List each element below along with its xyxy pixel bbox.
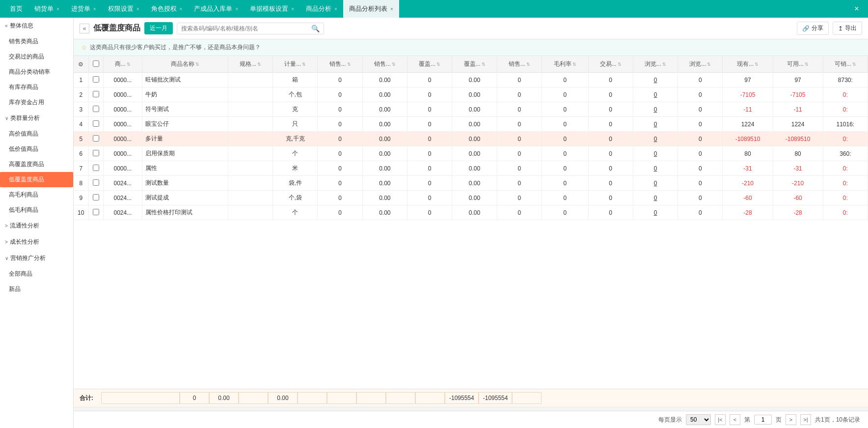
cell-browse1[interactable]: 0 bbox=[633, 117, 678, 132]
nav-product-warehouse[interactable]: 产成品入库单 × bbox=[188, 0, 244, 18]
col-browse1[interactable]: 浏览...⇅ bbox=[633, 56, 678, 73]
cell-checkbox[interactable] bbox=[88, 176, 103, 191]
cell-sales2: 0.00 bbox=[362, 176, 407, 191]
close-icon[interactable]: × bbox=[180, 6, 183, 12]
sidebar-item-stock-goods[interactable]: 有库存商品 bbox=[0, 80, 73, 95]
col-code[interactable]: 商...⇅ bbox=[103, 56, 142, 73]
close-icon[interactable]: × bbox=[334, 6, 337, 12]
cell-checkbox[interactable] bbox=[88, 146, 103, 161]
close-icon[interactable]: × bbox=[93, 6, 96, 12]
col-trade[interactable]: 交易...⇅ bbox=[588, 56, 633, 73]
sidebar-item-sales-goods[interactable]: 销售类商品 bbox=[0, 34, 73, 49]
sidebar-item-high-coverage[interactable]: 高覆盖度商品 bbox=[0, 157, 73, 172]
search-input[interactable] bbox=[181, 25, 311, 32]
cell-checkbox[interactable] bbox=[88, 132, 103, 146]
sidebar-item-traded-goods[interactable]: 交易过的商品 bbox=[0, 49, 73, 64]
cell-name: 启用保质期 bbox=[142, 146, 228, 161]
cell-sales3: 0 bbox=[497, 87, 542, 102]
next-page-button[interactable]: > bbox=[786, 414, 796, 425]
cell-checkbox[interactable] bbox=[88, 87, 103, 102]
prev-page-button[interactable]: < bbox=[730, 414, 740, 425]
sidebar-item-low-profit[interactable]: 低毛利商品 bbox=[0, 202, 73, 218]
col-sales1[interactable]: 销售...⇅ bbox=[318, 56, 362, 73]
col-unit[interactable]: 计量...⇅ bbox=[273, 56, 318, 73]
col-sales3[interactable]: 销售...⇅ bbox=[497, 56, 542, 73]
sidebar-section-marketing[interactable]: ∨ 营销推广分析 bbox=[0, 250, 73, 266]
cell-trade: 0 bbox=[588, 87, 633, 102]
cell-browse1[interactable]: 0 bbox=[633, 191, 678, 205]
nav-product-analysis-list[interactable]: 商品分析列表 × bbox=[343, 0, 399, 18]
cell-browse1[interactable]: 0 bbox=[633, 205, 678, 220]
cell-code: 0024... bbox=[103, 176, 142, 191]
col-spec[interactable]: 规格...⇅ bbox=[228, 56, 272, 73]
collapse-sidebar-icon[interactable]: « bbox=[5, 23, 8, 29]
col-sales2[interactable]: 销售...⇅ bbox=[362, 56, 407, 73]
col-available[interactable]: 可用...⇅ bbox=[773, 56, 823, 73]
col-gross-rate[interactable]: 毛利率⇅ bbox=[542, 56, 589, 73]
search-icon[interactable]: 🔍 bbox=[311, 25, 320, 32]
select-all-checkbox[interactable] bbox=[93, 60, 99, 67]
cell-checkbox[interactable] bbox=[88, 161, 103, 176]
cell-checkbox[interactable] bbox=[88, 191, 103, 205]
cell-browse1[interactable]: 0 bbox=[633, 146, 678, 161]
nav-role-auth[interactable]: 角色授权 × bbox=[145, 0, 189, 18]
col-name[interactable]: 商品名称⇅ bbox=[142, 56, 228, 73]
cell-current: -60 bbox=[723, 191, 773, 205]
sidebar-item-high-profit[interactable]: 高毛利商品 bbox=[0, 187, 73, 202]
cell-browse1[interactable]: 0 bbox=[633, 87, 678, 102]
col-cover2[interactable]: 覆盖...⇅ bbox=[452, 56, 497, 73]
filter-recent-month-button[interactable]: 近一月 bbox=[144, 22, 173, 34]
col-settings[interactable]: ⚙ bbox=[74, 56, 88, 73]
col-saleable[interactable]: 可销...⇅ bbox=[823, 56, 868, 73]
sidebar-item-low-value[interactable]: 低价值商品 bbox=[0, 142, 73, 157]
sidebar-section-category[interactable]: ∨ 类群量分析 bbox=[0, 110, 73, 126]
page-number-input[interactable] bbox=[754, 415, 772, 425]
share-button[interactable]: 🔗 分享 bbox=[797, 22, 829, 35]
col-current[interactable]: 现有...⇅ bbox=[723, 56, 773, 73]
nav-permission-settings[interactable]: 权限设置 × bbox=[102, 0, 145, 18]
nav-home[interactable]: 首页 bbox=[4, 0, 28, 18]
cell-browse1[interactable]: 0 bbox=[633, 132, 678, 146]
cell-browse1[interactable]: 0 bbox=[633, 102, 678, 117]
export-button[interactable]: ↥ 导出 bbox=[833, 22, 862, 35]
close-icon[interactable]: × bbox=[235, 6, 238, 12]
last-page-button[interactable]: >| bbox=[800, 414, 811, 425]
nav-template-settings[interactable]: 单据模板设置 × bbox=[244, 0, 300, 18]
col-browse2[interactable]: 浏览...⇅ bbox=[678, 56, 723, 73]
sidebar-item-stock-capital[interactable]: 库存资金占用 bbox=[0, 95, 73, 110]
cell-cover1: 0 bbox=[407, 102, 452, 117]
close-icon[interactable]: × bbox=[390, 6, 393, 12]
nav-product-analysis[interactable]: 商品分析 × bbox=[300, 0, 343, 18]
cell-checkbox[interactable] bbox=[88, 205, 103, 220]
close-icon[interactable]: × bbox=[291, 6, 294, 12]
cell-browse1[interactable]: 0 bbox=[633, 161, 678, 176]
close-icon[interactable]: × bbox=[56, 6, 59, 12]
close-icon[interactable]: × bbox=[136, 6, 139, 12]
sidebar-item-category-rate[interactable]: 商品分类动销率 bbox=[0, 64, 73, 80]
cell-checkbox[interactable] bbox=[88, 117, 103, 132]
sidebar-section-circulation[interactable]: > 流通性分析 bbox=[0, 218, 73, 234]
sidebar-item-new-goods[interactable]: 新品 bbox=[0, 282, 73, 297]
cell-sales1: 0 bbox=[318, 146, 362, 161]
sidebar-item-all-goods[interactable]: 全部商品 bbox=[0, 266, 73, 282]
first-page-button[interactable]: |< bbox=[715, 414, 726, 425]
collapse-button[interactable]: « bbox=[80, 24, 89, 33]
sidebar-section-marketing-label: 营销推广分析 bbox=[10, 254, 46, 262]
cell-checkbox[interactable] bbox=[88, 102, 103, 117]
cell-available: -28 bbox=[773, 205, 823, 220]
sidebar-section-growth[interactable]: > 成长性分析 bbox=[0, 234, 73, 250]
sidebar-section-overall[interactable]: « 整体信息 bbox=[0, 18, 73, 34]
info-star-icon: ☆ bbox=[81, 44, 87, 51]
window-close-button[interactable]: × bbox=[849, 1, 864, 16]
cell-browse1[interactable]: 0 bbox=[633, 176, 678, 191]
per-page-select[interactable]: 50 10 20 100 bbox=[686, 414, 711, 425]
nav-sales-order[interactable]: 销货单 × bbox=[28, 0, 65, 18]
sidebar-item-low-coverage[interactable]: 低覆盖度商品 bbox=[0, 172, 73, 187]
sidebar-item-high-value[interactable]: 高价值商品 bbox=[0, 126, 73, 142]
cell-checkbox[interactable] bbox=[88, 73, 103, 87]
col-cover1[interactable]: 覆盖...⇅ bbox=[407, 56, 452, 73]
nav-purchase-order[interactable]: 进货单 × bbox=[65, 0, 102, 18]
cell-available: -7105 bbox=[773, 87, 823, 102]
horizontal-scrollbar[interactable] bbox=[74, 407, 868, 411]
cell-browse1[interactable]: 0 bbox=[633, 73, 678, 87]
